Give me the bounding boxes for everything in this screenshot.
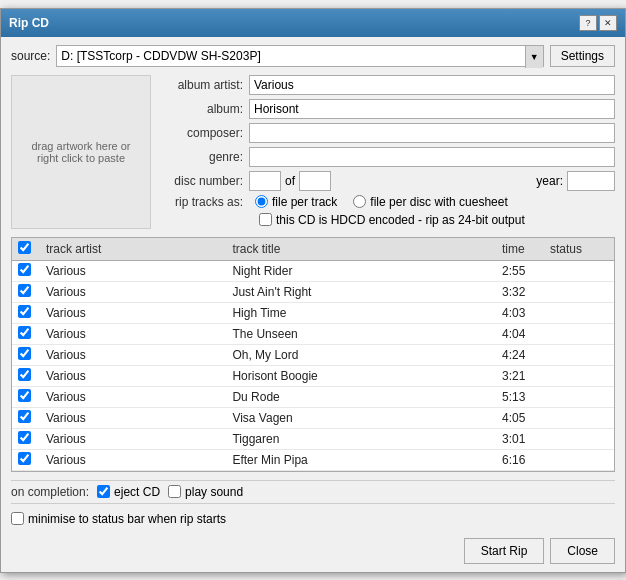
- row-title: The Unseen: [226, 323, 496, 344]
- disc-of-text: of: [285, 174, 295, 188]
- composer-input[interactable]: [249, 123, 615, 143]
- source-row: source: D: [TSSTcorp - CDDVDW SH-S203P] …: [11, 45, 615, 67]
- row-status: [544, 386, 614, 407]
- row-title: Visa Vagen: [226, 407, 496, 428]
- minimise-checkbox[interactable]: [11, 512, 24, 525]
- row-checkbox-cell[interactable]: [12, 428, 40, 449]
- source-value: D: [TSSTcorp - CDDVDW SH-S203P]: [57, 46, 524, 66]
- table-row: Various Night Rider 2:55: [12, 260, 614, 281]
- settings-button[interactable]: Settings: [550, 45, 615, 67]
- album-artist-input[interactable]: [249, 75, 615, 95]
- row-title: Efter Min Pipa: [226, 449, 496, 470]
- disc-number-label: disc number:: [159, 174, 249, 188]
- track-checkbox[interactable]: [18, 410, 31, 423]
- row-artist: Various: [40, 428, 226, 449]
- tracks-table-wrapper: track artist track title time status Var…: [11, 237, 615, 472]
- eject-cd-label: eject CD: [114, 485, 160, 499]
- row-title: Tiggaren: [226, 428, 496, 449]
- row-checkbox-cell[interactable]: [12, 449, 40, 470]
- table-row: Various Du Rode 5:13: [12, 386, 614, 407]
- disc-number-input[interactable]: [249, 171, 281, 191]
- main-content: drag artwork here or right click to past…: [11, 75, 615, 229]
- table-header-row: track artist track title time status: [12, 238, 614, 261]
- row-checkbox-cell[interactable]: [12, 260, 40, 281]
- select-all-checkbox[interactable]: [18, 241, 31, 254]
- album-input[interactable]: [249, 99, 615, 119]
- track-checkbox[interactable]: [18, 284, 31, 297]
- row-title: Oh, My Lord: [226, 344, 496, 365]
- file-per-track-option[interactable]: file per track: [255, 195, 337, 209]
- row-checkbox-cell[interactable]: [12, 323, 40, 344]
- disc-of-input[interactable]: [299, 171, 331, 191]
- row-checkbox-cell[interactable]: [12, 386, 40, 407]
- row-artist: Various: [40, 449, 226, 470]
- row-artist: Various: [40, 281, 226, 302]
- row-time: 3:21: [496, 365, 544, 386]
- row-artist: Various: [40, 407, 226, 428]
- dialog-body: source: D: [TSSTcorp - CDDVDW SH-S203P] …: [1, 37, 625, 572]
- source-dropdown-wrapper[interactable]: D: [TSSTcorp - CDDVDW SH-S203P] ▼: [56, 45, 543, 67]
- hdcd-checkbox[interactable]: [259, 213, 272, 226]
- track-checkbox[interactable]: [18, 263, 31, 276]
- year-input[interactable]: [567, 171, 615, 191]
- file-per-disc-option[interactable]: file per disc with cuesheet: [353, 195, 507, 209]
- row-checkbox-cell[interactable]: [12, 302, 40, 323]
- eject-cd-option[interactable]: eject CD: [97, 485, 160, 499]
- completion-label: on completion:: [11, 485, 89, 499]
- row-title: Horisont Boogie: [226, 365, 496, 386]
- composer-label: composer:: [159, 126, 249, 140]
- genre-row: genre:: [159, 147, 615, 167]
- minimise-label: minimise to status bar when rip starts: [28, 512, 226, 526]
- album-row: album:: [159, 99, 615, 119]
- row-checkbox-cell[interactable]: [12, 365, 40, 386]
- row-checkbox-cell[interactable]: [12, 344, 40, 365]
- header-track-title: track title: [226, 238, 496, 261]
- table-row: Various Oh, My Lord 4:24: [12, 344, 614, 365]
- row-checkbox-cell[interactable]: [12, 281, 40, 302]
- row-time: 3:32: [496, 281, 544, 302]
- help-button[interactable]: ?: [579, 15, 597, 31]
- source-dropdown-arrow[interactable]: ▼: [525, 46, 543, 68]
- file-per-track-radio[interactable]: [255, 195, 268, 208]
- track-checkbox[interactable]: [18, 431, 31, 444]
- row-title: Night Rider: [226, 260, 496, 281]
- header-checkbox-col: [12, 238, 40, 261]
- row-status: [544, 365, 614, 386]
- track-checkbox[interactable]: [18, 452, 31, 465]
- track-checkbox[interactable]: [18, 368, 31, 381]
- artwork-hint: drag artwork here or right click to past…: [20, 140, 142, 164]
- row-time: 3:01: [496, 428, 544, 449]
- track-checkbox[interactable]: [18, 347, 31, 360]
- close-button[interactable]: Close: [550, 538, 615, 564]
- track-checkbox[interactable]: [18, 305, 31, 318]
- play-sound-checkbox[interactable]: [168, 485, 181, 498]
- file-per-disc-radio[interactable]: [353, 195, 366, 208]
- row-checkbox-cell[interactable]: [12, 407, 40, 428]
- eject-cd-checkbox[interactable]: [97, 485, 110, 498]
- row-status: [544, 260, 614, 281]
- row-status: [544, 428, 614, 449]
- row-status: [544, 281, 614, 302]
- composer-row: composer:: [159, 123, 615, 143]
- table-row: Various Tiggaren 3:01: [12, 428, 614, 449]
- table-row: Various Visa Vagen 4:05: [12, 407, 614, 428]
- row-title: Du Rode: [226, 386, 496, 407]
- source-label: source:: [11, 49, 50, 63]
- close-window-button[interactable]: ✕: [599, 15, 617, 31]
- play-sound-option[interactable]: play sound: [168, 485, 243, 499]
- row-status: [544, 323, 614, 344]
- track-checkbox[interactable]: [18, 389, 31, 402]
- disc-number-row: disc number: of year:: [159, 171, 615, 191]
- row-status: [544, 407, 614, 428]
- file-per-disc-label: file per disc with cuesheet: [370, 195, 507, 209]
- artwork-box[interactable]: drag artwork here or right click to past…: [11, 75, 151, 229]
- metadata-section: album artist: album: composer: genre:: [159, 75, 615, 229]
- row-title: High Time: [226, 302, 496, 323]
- file-per-track-label: file per track: [272, 195, 337, 209]
- start-rip-button[interactable]: Start Rip: [464, 538, 545, 564]
- track-checkbox[interactable]: [18, 326, 31, 339]
- row-time: 4:24: [496, 344, 544, 365]
- genre-input[interactable]: [249, 147, 615, 167]
- header-track-artist: track artist: [40, 238, 226, 261]
- row-time: 5:13: [496, 386, 544, 407]
